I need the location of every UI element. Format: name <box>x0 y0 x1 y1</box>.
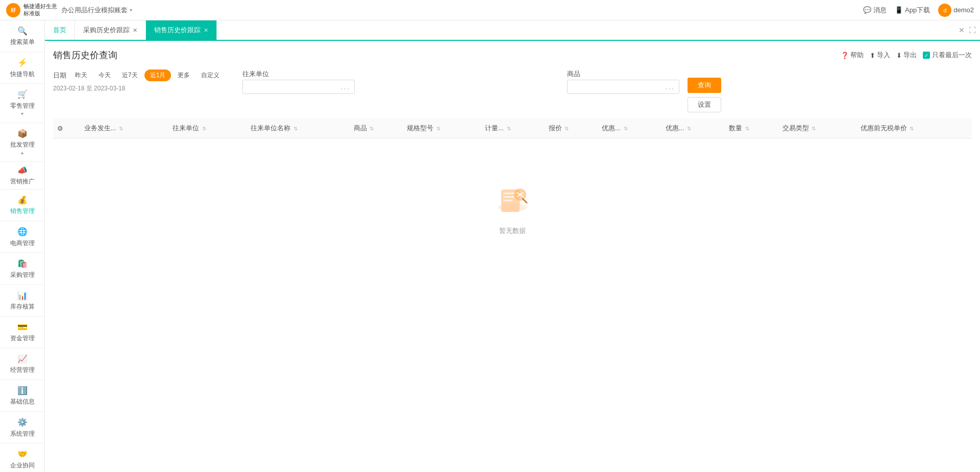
date-btn-yesterday[interactable]: 昨天 <box>70 69 92 81</box>
table-col-notax-price[interactable]: 优惠前无税单价 ⇅ <box>856 119 972 138</box>
date-options: 昨天 今天 近7天 近1月 更多 自定义 <box>70 69 224 81</box>
page-title-actions: ❓ 帮助 ⬆ 导入 ⬇ 导出 ✓ 只看最后一次 <box>841 51 972 60</box>
table-col-partner[interactable]: 往来单位 ⇅ <box>168 119 247 138</box>
sidebar-item-basic[interactable]: ℹ️ 基础信息 <box>0 380 44 412</box>
table-col-unit[interactable]: 计量... ⇅ <box>481 119 545 138</box>
tab-sales-history[interactable]: 销售历史价跟踪 ✕ <box>146 20 217 40</box>
sort-icon: ⇅ <box>812 126 816 131</box>
sidebar-item-inventory[interactable]: 📊 库存核算 <box>0 285 44 317</box>
message-btn[interactable]: 💬 消息 <box>863 6 887 15</box>
tab-purchase-history[interactable]: 采购历史价跟踪 ✕ <box>75 20 146 40</box>
filter-settings-button[interactable]: 设置 <box>688 97 721 112</box>
sidebar-item-system[interactable]: ⚙️ 系统管理 <box>0 412 44 443</box>
sort-icon: ⇅ <box>565 126 569 131</box>
query-button[interactable]: 查询 <box>688 78 721 93</box>
inventory-icon: 📊 <box>17 290 28 301</box>
search-icon: 🔍 <box>17 26 28 37</box>
table-container: ⚙ 业务发生... ⇅ 往来单位 ⇅ <box>53 119 972 276</box>
export-icon: ⬇ <box>896 52 902 59</box>
content-area: 首页 采购历史价跟踪 ✕ 销售历史价跟踪 ✕ ✕ ⛶ 销售历史价查询 <box>45 20 980 472</box>
ecommerce-icon: 🌐 <box>17 226 28 238</box>
date-btn-custom[interactable]: 自定义 <box>197 69 224 81</box>
page-content: 销售历史价查询 ❓ 帮助 ⬆ 导入 ⬇ 导出 <box>45 41 980 472</box>
sort-icon: ⇅ <box>745 126 749 131</box>
table-col-partner-name[interactable]: 往来单位名称 ⇅ <box>247 119 350 138</box>
tab-bar-actions: ✕ ⛶ <box>954 20 980 40</box>
chevron-down-icon: ▾ <box>21 110 23 117</box>
data-table: ⚙ 业务发生... ⇅ 往来单位 ⇅ <box>53 119 972 276</box>
chevron-up-icon: ▴ <box>21 149 23 156</box>
table-col-qty[interactable]: 数量 ⇅ <box>725 119 778 138</box>
user-profile[interactable]: d demo2 <box>938 4 974 17</box>
sidebar-item-sales[interactable]: 💰 销售管理 <box>0 190 44 221</box>
partner-input[interactable]: ... <box>242 80 355 94</box>
purchase-history-tab-label: 采购历史价跟踪 <box>83 26 130 35</box>
sidebar-item-operations[interactable]: 📈 经营管理 <box>0 348 44 380</box>
table-col-discount2[interactable]: 优惠... ⇅ <box>662 119 725 138</box>
operations-icon: 📈 <box>17 353 28 365</box>
help-icon: ❓ <box>841 52 849 59</box>
top-bar-left: 好 畅捷通好生意 标准版 办公用品行业模拟账套 ▾ <box>6 3 132 17</box>
logo-area: 好 畅捷通好生意 标准版 <box>6 3 57 17</box>
help-btn[interactable]: ❓ 帮助 <box>841 51 864 60</box>
sort-icon: ⇅ <box>910 126 914 131</box>
import-btn[interactable]: ⬆ 导入 <box>870 51 890 60</box>
sort-icon: ⇅ <box>119 126 123 131</box>
tab-bar: 首页 采购历史价跟踪 ✕ 销售历史价跟踪 ✕ ✕ ⛶ <box>45 20 980 41</box>
app-title[interactable]: 办公用品行业模拟账套 ▾ <box>61 6 132 15</box>
sort-icon: ⇅ <box>687 126 691 131</box>
shortcut-icon: ⚡ <box>17 57 28 68</box>
table-col-discount1[interactable]: 优惠... ⇅ <box>598 119 662 138</box>
sidebar-item-retail[interactable]: 🛒 零售管理 ▾ <box>0 84 44 123</box>
date-btn-1month[interactable]: 近1月 <box>144 69 172 81</box>
marketing-icon: 📣 <box>17 165 28 176</box>
table-col-trade-type[interactable]: 交易类型 ⇅ <box>778 119 856 138</box>
empty-state: 暂无数据 <box>53 138 972 276</box>
only-latest-checkbox[interactable]: ✓ 只看最后一次 <box>923 51 972 60</box>
sort-icon: ⇅ <box>370 126 374 131</box>
page-title: 销售历史价查询 <box>53 49 117 61</box>
sidebar-item-finance[interactable]: 💳 资金管理 <box>0 317 44 348</box>
sidebar-item-enterprise[interactable]: 🤝 企业协同 <box>0 443 44 472</box>
date-range-display: 2023-02-18 至 2023-03-18 <box>53 84 224 93</box>
retail-icon: 🛒 <box>17 89 28 100</box>
avatar: d <box>938 4 951 17</box>
sidebar-item-purchase[interactable]: 🛍️ 采购管理 <box>0 253 44 285</box>
table-col-spec[interactable]: 规格型号 ⇅ <box>403 119 481 138</box>
date-btn-more[interactable]: 更多 <box>173 69 194 81</box>
sort-icon: ⇅ <box>202 126 206 131</box>
export-btn[interactable]: ⬇ 导出 <box>896 51 917 60</box>
finance-icon: 💳 <box>17 322 28 333</box>
close-tab-btn[interactable]: ✕ <box>959 26 965 34</box>
product-input[interactable]: ... <box>567 80 679 94</box>
message-icon: 💬 <box>863 6 871 14</box>
empty-illustration <box>492 179 533 220</box>
sort-icon: ⇅ <box>507 126 511 131</box>
maximize-btn[interactable]: ⛶ <box>969 26 976 34</box>
table-col-product[interactable]: 商品 ⇅ <box>350 119 403 138</box>
svg-rect-3 <box>503 196 514 198</box>
app-download-btn[interactable]: 📱 App下载 <box>895 6 930 15</box>
partner-label: 往来单位 <box>242 69 355 79</box>
sidebar-item-marketing[interactable]: 📣 营销推广 <box>0 162 44 190</box>
filter-bar: 日期 昨天 今天 近7天 近1月 更多 自定义 2023-02-18 至 202… <box>53 69 972 112</box>
close-purchase-history-tab[interactable]: ✕ <box>133 27 137 34</box>
dropdown-arrow-icon: ▾ <box>130 7 132 13</box>
logo-icon: 好 <box>6 3 20 17</box>
sidebar-item-shortcut[interactable]: ⚡ 快捷导航 <box>0 52 44 84</box>
tab-home[interactable]: 首页 <box>45 20 75 40</box>
table-col-date[interactable]: 业务发生... ⇅ <box>80 119 168 138</box>
sidebar-item-wholesale[interactable]: 📦 批发管理 ▴ <box>0 123 44 162</box>
table-col-settings[interactable]: ⚙ <box>53 119 80 138</box>
close-sales-history-tab[interactable]: ✕ <box>204 27 208 34</box>
date-btn-7days[interactable]: 近7天 <box>117 69 142 81</box>
sidebar-item-search[interactable]: 🔍 搜索菜单 <box>0 20 44 52</box>
page-title-row: 销售历史价查询 ❓ 帮助 ⬆ 导入 ⬇ 导出 <box>53 49 972 61</box>
top-bar-right: 💬 消息 📱 App下载 d demo2 <box>863 4 974 17</box>
table-col-price[interactable]: 报价 ⇅ <box>545 119 598 138</box>
sort-icon: ⇅ <box>436 126 440 131</box>
sidebar-item-ecommerce[interactable]: 🌐 电商管理 <box>0 221 44 253</box>
download-icon: 📱 <box>895 6 903 14</box>
table-header-row: ⚙ 业务发生... ⇅ 往来单位 ⇅ <box>53 119 972 138</box>
date-btn-today[interactable]: 今天 <box>94 69 115 81</box>
